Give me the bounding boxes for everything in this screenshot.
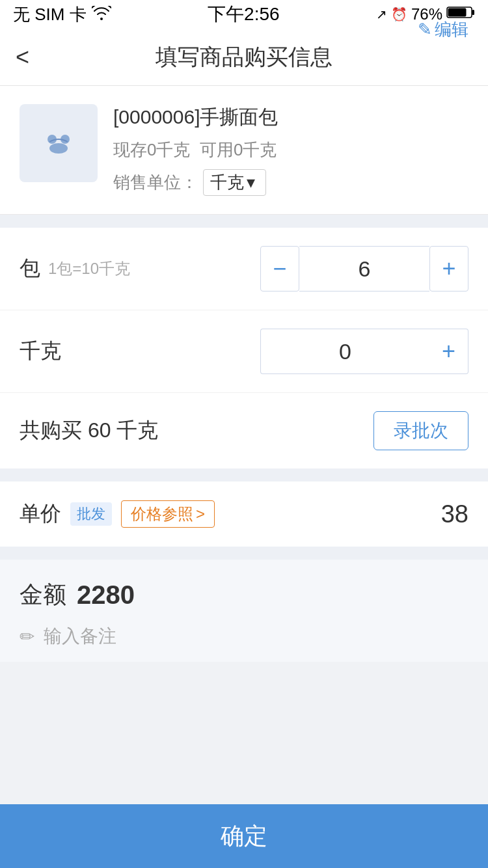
remark-placeholder: 输入备注 [44,624,116,649]
amount-section: 金额 2280 ✏ 输入备注 [0,560,488,662]
confirm-button[interactable]: 确定 [221,821,267,852]
package-controls: − + [260,246,468,292]
package-quantity-input[interactable] [299,246,429,292]
price-ref-button[interactable]: 价格参照 > [121,500,215,528]
amount-row: 金额 2280 [20,579,468,611]
price-row: 单价 批发 价格参照 > 38 [0,481,488,547]
chevron-down-icon: ▾ [247,172,255,193]
package-section: 包 1包=10千克 − + 千克 + [0,228,488,393]
pencil-icon: ✏ [20,626,34,647]
divider-3 [0,547,488,560]
unit-select[interactable]: 千克 ▾ [203,169,266,196]
divider-1 [0,215,488,228]
status-left: 无 SIM 卡 [13,3,111,26]
status-bar: 无 SIM 卡 下午2:56 ↗ ⏰ 76% [0,0,488,29]
total-text: 共购买 60 千克 [20,416,158,445]
svg-point-5 [49,143,68,154]
kg-increment-button[interactable]: + [429,329,468,374]
kg-row: 千克 + [0,310,488,393]
price-value: 38 [441,500,468,528]
svg-rect-2 [448,8,467,17]
kg-label: 千克 [20,337,260,366]
amount-label: 金额 [20,579,66,611]
page-title: 填写商品购买信息 [156,42,332,72]
product-card: [0000006]手撕面包 现存0千克 可用0千克 销售单位： 千克 ▾ ✎ 编… [0,86,488,215]
alarm-icon: ⏰ [391,7,407,22]
kg-quantity-input[interactable] [260,329,429,374]
divider-2 [0,468,488,481]
back-button[interactable]: < [16,44,29,71]
chevron-right-icon: > [196,505,205,523]
batch-button[interactable]: 录批次 [373,411,468,450]
edit-icon: ✎ [418,20,432,40]
nav-bar: < 填写商品购买信息 [0,29,488,86]
edit-button[interactable]: ✎ 编辑 [418,18,468,41]
bottom-bar[interactable]: 确定 [0,804,488,868]
status-time: 下午2:56 [208,2,280,27]
product-stock: 现存0千克 可用0千克 [113,139,468,161]
location-icon: ↗ [376,7,387,22]
product-info: [0000006]手撕面包 现存0千克 可用0千克 销售单位： 千克 ▾ [113,104,468,196]
package-decrement-button[interactable]: − [260,246,299,292]
carrier-text: 无 SIM 卡 [13,3,87,26]
package-label: 包 1包=10千克 [20,254,260,283]
product-name: [0000006]手撕面包 [113,104,468,131]
product-thumbnail [20,104,98,182]
product-unit: 销售单位： 千克 ▾ [113,169,468,196]
kg-controls: + [260,329,468,374]
total-row: 共购买 60 千克 录批次 [0,393,488,468]
package-row: 包 1包=10千克 − + [0,228,488,310]
wholesale-tag: 批发 [70,502,112,526]
package-increment-button[interactable]: + [429,246,468,292]
svg-rect-1 [472,10,475,15]
price-label: 单价 批发 价格参照 > [20,500,215,528]
package-hint: 1包=10千克 [48,258,130,279]
wifi-icon [92,5,111,25]
remark-row[interactable]: ✏ 输入备注 [20,624,468,662]
amount-value: 2280 [77,580,135,610]
